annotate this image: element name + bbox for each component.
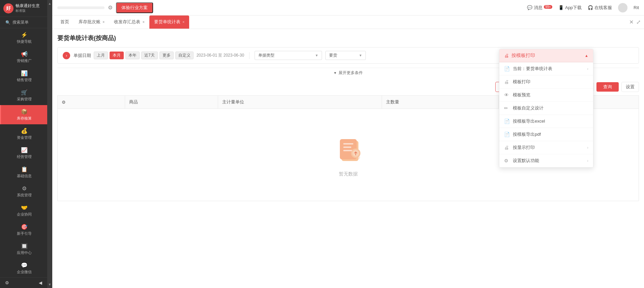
nav-icon-marketing: 📢 — [21, 51, 28, 57]
tab-close-order-stats[interactable]: × — [182, 20, 184, 24]
svg-rect-5 — [343, 150, 353, 151]
sidebar-item-newbie[interactable]: 🎯新手引导 — [0, 220, 47, 239]
message-label: 消息 — [534, 5, 543, 11]
nav-icon-collab: 🤝 — [21, 204, 28, 211]
sidebar-scroll: ▲ ▼ — [47, 0, 52, 288]
tab-close-receive-summary[interactable]: × — [142, 20, 144, 24]
current-template-icon: 📄 — [504, 66, 509, 71]
window-close-icon[interactable]: ✕ — [629, 19, 634, 25]
query-btn[interactable]: 查询 — [596, 82, 619, 92]
dropdown-template-print[interactable]: 🖨 模板打印 — [499, 75, 593, 89]
date-btn-自定义[interactable]: 自定义 — [175, 52, 194, 59]
tab-order-stats[interactable]: 要货单统计表× — [149, 15, 189, 29]
sidebar-item-collab[interactable]: 🤝企业协同 — [0, 201, 47, 220]
order-status-select[interactable]: 要货 ▼ — [325, 51, 366, 60]
user-avatar — [618, 3, 627, 12]
order-type-select[interactable]: 单据类型 ▼ — [255, 51, 322, 60]
nav-label-newbie: 新手引导 — [17, 231, 32, 236]
nav-icon-base: 📋 — [21, 166, 28, 172]
online-service-btn[interactable]: 🎧 在线客服 — [588, 5, 612, 11]
sidebar-nav: ⚡快捷导航📢营销推广📊销售管理🛒采购管理📦库存核算💰资金管理📈经营管理📋基础信息… — [0, 28, 47, 277]
sidebar-item-apps[interactable]: 🔲应用中心 — [0, 239, 47, 259]
sidebar-item-system[interactable]: ⚙系统管理 — [0, 182, 47, 201]
tab-inventory-batch[interactable]: 库存批次账× — [74, 15, 109, 29]
dropdown-template-preview[interactable]: 👁 模板预览 — [499, 89, 593, 102]
trial-btn[interactable]: 体验行业方案 — [116, 2, 153, 13]
sidebar-item-inventory[interactable]: 📦库存核算 — [0, 105, 47, 124]
template-preview-icon: 👁 — [504, 92, 509, 98]
nav-icon-newbie: 🎯 — [21, 224, 28, 230]
dropdown-export-pdf[interactable]: 📄 按模板导出pdf — [499, 128, 593, 141]
tab-receive-summary[interactable]: 收发存汇总表× — [109, 15, 149, 29]
col-quantity: 主数量 — [382, 96, 498, 109]
collapse-icon[interactable]: ◀ — [39, 280, 42, 285]
sidebar-item-operation[interactable]: 📈经营管理 — [0, 143, 47, 163]
tabbar-right: ✕⤢ — [629, 15, 641, 29]
template-print-icon: 🖨 — [504, 79, 509, 85]
sidebar-search[interactable]: 🔍 搜索菜单 — [0, 17, 47, 28]
window-expand-icon[interactable]: ⤢ — [636, 19, 641, 25]
app-download-btn[interactable]: 📱 App下载 — [558, 5, 582, 11]
filter-expand-btn[interactable]: › — [63, 52, 70, 59]
display-print-left: 🖨 按显示打印 — [504, 145, 535, 151]
tab-close-inventory-batch[interactable]: × — [103, 20, 105, 24]
nav-icon-apps: 🔲 — [21, 243, 28, 249]
nav-icon-sales: 📊 — [21, 70, 28, 76]
nav-label-finance: 资金管理 — [17, 135, 32, 140]
date-filter-row: 单据日期 上月本月本年近7天更多自定义2023-06-01 至 2023-06-… — [74, 52, 244, 59]
setting-btn[interactable]: 设置 — [621, 82, 639, 92]
default-func-icon: ⚙ — [504, 158, 509, 163]
nav-label-marketing: 营销推广 — [17, 58, 32, 63]
dropdown-export-excel[interactable]: 📄 按模板导出excel — [499, 115, 593, 128]
search-label: 搜索菜单 — [12, 20, 29, 25]
template-design-icon: ✏ — [504, 105, 509, 111]
dropdown-current-template[interactable]: 📄 当前：要货单统计表 › — [499, 62, 593, 75]
tab-home[interactable]: 首页 — [56, 15, 74, 29]
nav-icon-system: ⚙ — [22, 185, 27, 192]
sidebar-logo: 好 畅康通好生意 标准版 — [0, 0, 47, 17]
message-btn[interactable]: 💬 消息 99+ — [527, 5, 552, 11]
date-btn-近7天[interactable]: 近7天 — [141, 52, 158, 59]
nav-label-sales: 销售管理 — [17, 77, 32, 83]
sidebar-item-wechat[interactable]: 💬企业微信 — [0, 259, 47, 277]
download-icon: 📱 — [558, 5, 564, 10]
message-badge: 99+ — [544, 5, 552, 9]
nav-label-base: 基础信息 — [17, 173, 32, 179]
date-btn-更多[interactable]: 更多 — [159, 52, 174, 59]
app-name: 畅康通好生意 — [16, 3, 40, 9]
dropdown-display-print[interactable]: 🖨 按显示打印 › — [499, 141, 593, 154]
nav-label-system: 系统管理 — [17, 193, 32, 198]
template-print-label: 模板打印 — [513, 79, 530, 85]
user-name[interactable]: Rit — [634, 5, 639, 10]
col-settings[interactable]: ⚙ — [58, 96, 125, 109]
export-pdf-label: 按模板导出pdf — [513, 131, 541, 137]
nav-icon-operation: 📈 — [21, 147, 28, 153]
tab-label-order-stats: 要货单统计表 — [154, 19, 180, 25]
sidebar-item-finance[interactable]: 💰资金管理 — [0, 124, 47, 143]
sidebar-item-marketing[interactable]: 📢营销推广 — [0, 47, 47, 67]
expand-icon: ▼ — [333, 71, 337, 75]
export-excel-label: 按模板导出excel — [513, 118, 545, 124]
dropdown-default-func[interactable]: ⚙ 设置默认功能 › — [499, 154, 593, 167]
dropdown-header: 🖨 按模板打印 ▲ — [499, 49, 593, 62]
sidebar-item-purchase[interactable]: 🛒采购管理 — [0, 86, 47, 105]
sidebar-item-sales[interactable]: 📊销售管理 — [0, 67, 47, 86]
tab-label-receive-summary: 收发存汇总表 — [114, 19, 140, 25]
topbar-gear-icon[interactable]: ⚙ — [108, 4, 113, 11]
empty-icon — [331, 132, 365, 166]
date-btn-上月[interactable]: 上月 — [94, 52, 108, 59]
online-service-label: 在线客服 — [594, 5, 612, 11]
topbar-search-input[interactable] — [57, 6, 105, 9]
dropdown-chevron-icon[interactable]: ▲ — [585, 54, 588, 58]
scroll-up-btn[interactable]: ▲ — [48, 2, 52, 5]
scroll-down-btn[interactable]: ▼ — [48, 283, 52, 286]
date-btn-本月[interactable]: 本月 — [110, 52, 124, 59]
expand-more-label: 展开更多条件 — [339, 70, 363, 76]
sidebar-item-base[interactable]: 📋基础信息 — [0, 163, 47, 182]
order-status-label: 要货 — [329, 53, 337, 58]
sidebar-item-quick-nav[interactable]: ⚡快捷导航 — [0, 28, 47, 47]
date-btn-本年[interactable]: 本年 — [125, 52, 140, 59]
settings-icon[interactable]: ⚙ — [5, 280, 9, 285]
dropdown-print-icon: 🖨 — [504, 53, 509, 58]
dropdown-template-design[interactable]: ✏ 模板自定义设计 — [499, 102, 593, 115]
